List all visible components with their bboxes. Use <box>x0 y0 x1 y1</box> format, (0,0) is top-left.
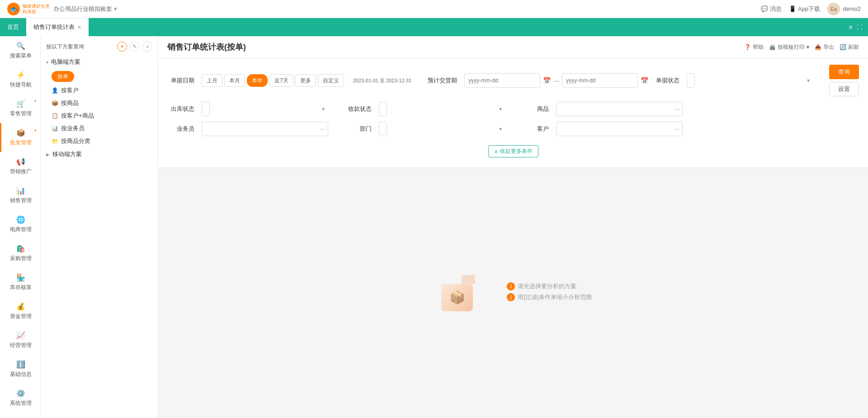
messages-label: 消息 <box>770 5 782 13</box>
btn-last-7-days[interactable]: 近7天 <box>269 74 293 87</box>
salesperson-input[interactable] <box>202 122 328 136</box>
tree-section-label: 电脑端方案 <box>51 58 80 66</box>
btn-custom[interactable]: 自定义 <box>318 74 344 87</box>
main-layout: 🔍 搜索菜单 ⚡ 快捷导航 🛒 零售管理 ▾ 📦 批发管理 ▴ 📢 营销推广 📊… <box>0 36 868 418</box>
sidebar-item-sales-mgmt[interactable]: 📊 销售管理 <box>0 181 40 210</box>
payment-status-select[interactable] <box>379 102 387 116</box>
search-menu-icon: 🔍 <box>16 42 25 50</box>
query-btn[interactable]: 查询 <box>829 65 859 79</box>
tree-item-by-product-category[interactable]: 📁 按商品分类 <box>52 135 158 147</box>
customer-more-icon[interactable]: ··· <box>675 126 680 132</box>
collapse-label: 收起更多条件 <box>500 147 533 155</box>
page-title: 销售订单统计表(按单) <box>167 42 246 58</box>
sidebar-item-finance[interactable]: 💰 资金管理 <box>0 297 40 326</box>
print-btn[interactable]: 🖨️ 按模板打印 ▾ <box>769 43 809 51</box>
delivery-status-select[interactable] <box>202 102 210 116</box>
btn-more[interactable]: 更多 <box>295 74 316 87</box>
purchase-icon: 🛍️ <box>16 244 25 253</box>
sidebar-item-search-menu[interactable]: 🔍 搜索菜单 <box>0 36 40 65</box>
edit-scheme-btn[interactable]: ✎ <box>130 42 140 52</box>
sidebar-item-label: 营销推广 <box>10 168 32 176</box>
customer-input[interactable] <box>556 122 683 136</box>
tree-section-mobile-label: 移动端方案 <box>52 150 82 158</box>
logo-area: 🐟 畅捷通好生意 标准版 <box>7 3 50 15</box>
sidebar-item-ecommerce[interactable]: 🌐 电商管理 <box>0 210 40 239</box>
user-name: demo2 <box>843 5 861 12</box>
filter-area: 单据日期 上月 本月 本年 近7天 更多 自定义 2023-01-01 至 20… <box>158 58 868 168</box>
help-btn[interactable]: ❓ 帮助 <box>744 43 764 51</box>
top-bar-right: 💬 消息 📱 App下载 Ea demo2 <box>761 3 861 15</box>
sidebar-item-quick-nav[interactable]: ⚡ 快捷导航 <box>0 65 40 94</box>
sidebar-item-retail-mgmt[interactable]: 🛒 零售管理 ▾ <box>0 94 40 123</box>
customer-scheme-icon: 👤 <box>52 87 58 94</box>
print-label: 按模板打印 <box>778 43 805 51</box>
add-scheme-btn[interactable]: + <box>117 42 127 52</box>
user-area[interactable]: Ea demo2 <box>827 3 861 15</box>
sidebar-item-basic-info[interactable]: ℹ️ 基础信息 <box>0 355 40 384</box>
tree-section-mobile[interactable]: ▶ 移动端方案 <box>41 147 158 161</box>
sidebar-item-wholesale-mgmt[interactable]: 📦 批发管理 ▴ <box>0 123 40 152</box>
illustration-box: 📦 <box>434 271 480 311</box>
quick-nav-icon: ⚡ <box>16 71 25 79</box>
salesperson-filter-label: 业务员 <box>167 125 194 133</box>
salesperson-more-icon[interactable]: ··· <box>320 126 326 132</box>
tree-item-by-product[interactable]: 📦 按商品 <box>52 97 158 109</box>
sidebar-item-operations[interactable]: 📈 经营管理 <box>0 326 40 355</box>
sidebar-item-purchase[interactable]: 🛍️ 采购管理 <box>0 239 40 268</box>
refresh-btn[interactable]: 🔄 刷新 <box>840 43 859 51</box>
empty-content: 📦 1 请先选择要分析的方案 2 用[过滤]条件来缩小分析范围 <box>434 271 591 316</box>
tree-item-by-customer-product[interactable]: 📋 按客户+商品 <box>52 109 158 122</box>
tab-home-label: 首页 <box>7 23 19 31</box>
department-select[interactable] <box>379 122 387 136</box>
filter-row-2: 出库状态 收款状态 商品 ··· <box>167 102 859 116</box>
tree-item-by-salesperson[interactable]: 📊 按业务员 <box>52 122 158 135</box>
retail-icon: 🛒 <box>16 100 25 108</box>
customer-filter-wrap: ··· <box>556 122 683 136</box>
collapse-panel-btn[interactable]: « <box>142 42 152 52</box>
tree-section-pc[interactable]: ▾ 电脑端方案 <box>41 55 158 69</box>
settings-btn[interactable]: 设置 <box>829 82 859 96</box>
by-product-category-label: 按商品分类 <box>61 137 90 145</box>
export-btn[interactable]: 📤 导出 <box>815 43 834 51</box>
tab-sales-order-stats[interactable]: 销售订单统计表 ✕ <box>26 18 89 36</box>
collapse-more-btn[interactable]: ∧ 收起更多条件 <box>488 145 538 157</box>
sidebar-item-enterprise-collab[interactable]: 🤝 企业协同 <box>0 413 40 418</box>
window-maximize-icon[interactable]: ⛶ <box>857 24 863 31</box>
filter-row-3: 业务员 ··· 部门 客户 ··· <box>167 122 859 136</box>
expected-date-start[interactable] <box>464 73 540 88</box>
content-area: 按以下方案查询 + ✎ « ▾ 电脑端方案 按单 👤 <box>41 36 868 418</box>
action-btns: 查询 设置 <box>829 65 859 96</box>
status-select[interactable] <box>687 73 695 88</box>
ecommerce-icon: 🌐 <box>16 215 25 224</box>
tree-item-by-order[interactable]: 按单 <box>52 69 158 84</box>
empty-state: 📦 1 请先选择要分析的方案 2 用[过滤]条件来缩小分析范围 <box>158 168 868 418</box>
export-label: 导出 <box>823 43 834 51</box>
delivery-status-label: 出库状态 <box>167 105 194 113</box>
sales-icon: 📊 <box>16 186 25 195</box>
messages-btn[interactable]: 💬 消息 <box>761 5 782 13</box>
page-actions: ❓ 帮助 🖨️ 按模板打印 ▾ 📤 导出 🔄 刷新 <box>744 43 859 57</box>
sidebar-item-marketing[interactable]: 📢 营销推广 <box>0 152 40 181</box>
sidebar-item-system[interactable]: ⚙️ 系统管理 <box>0 384 40 413</box>
btn-last-month[interactable]: 上月 <box>202 74 222 87</box>
window-close-icon[interactable]: ✕ <box>848 24 853 31</box>
tree-arrow-mobile-icon: ▶ <box>46 152 50 157</box>
btn-current-year[interactable]: 本年 <box>247 74 268 87</box>
sidebar-item-inventory[interactable]: 🏪 库存核算 <box>0 268 40 297</box>
dropdown-active-icon: ▴ <box>34 128 37 132</box>
salesperson-filter-wrap: ··· <box>202 122 328 136</box>
tree-item-by-customer[interactable]: 👤 按客户 <box>52 84 158 97</box>
active-badge: 按单 <box>52 71 74 82</box>
app-download-btn[interactable]: 📱 App下载 <box>789 5 820 13</box>
sidebar-item-label: 资金管理 <box>10 313 32 320</box>
avatar: Ea <box>827 3 840 15</box>
help-icon: ❓ <box>744 44 751 50</box>
btn-current-month[interactable]: 本月 <box>224 74 245 87</box>
box-icon: 📦 <box>449 290 465 305</box>
by-salesperson-label: 按业务员 <box>61 124 85 133</box>
product-input[interactable] <box>556 102 683 116</box>
tab-home[interactable]: 首页 <box>0 18 26 36</box>
product-more-icon[interactable]: ··· <box>675 106 680 112</box>
tab-close-icon[interactable]: ✕ <box>77 24 81 30</box>
expected-date-end[interactable] <box>562 73 638 88</box>
